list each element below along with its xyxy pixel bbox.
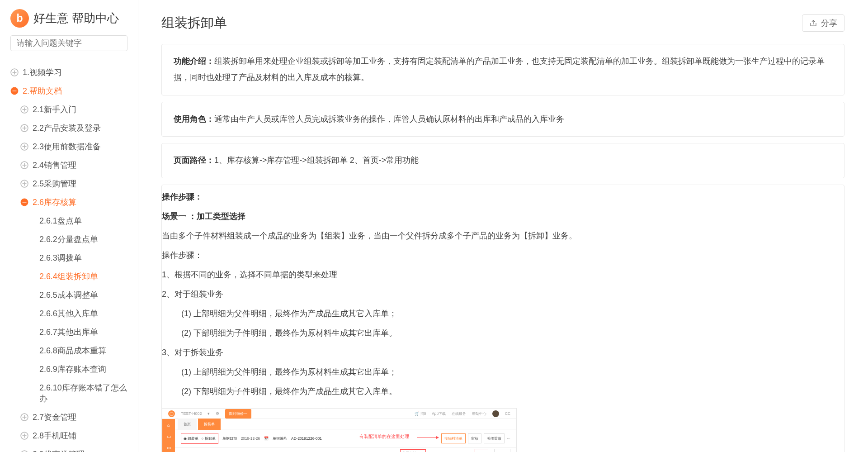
page-title: 组装拆卸单 (161, 14, 227, 32)
nav-label: 2.6.9库存账本查询 (39, 364, 106, 375)
step-3-2: (2) 下部明细为子件明细，最终作为产成品生成其它入库单。 (162, 384, 844, 399)
role-text: 通常由生产人员或库管人员完成拆装业务的操作，库管人员确认原材料的出库和产成品的入… (214, 114, 564, 124)
nav-2-3[interactable]: 2.3使用前数据准备 (10, 137, 127, 156)
svg-marker-52 (436, 436, 439, 439)
steps-title-2: 操作步骤： (162, 247, 844, 263)
ss-avatar-icon (492, 410, 499, 417)
ss-user: CC (505, 410, 510, 418)
minus-icon (20, 198, 28, 206)
site-logo: b (10, 9, 29, 28)
embedded-screenshot: ◯ TEST-H002 ▾ ⚙ 限时特价一 🛒 消0 App下载 在线服务 帮助… (162, 408, 517, 452)
plus-icon (20, 432, 28, 440)
plus-icon (20, 413, 28, 421)
share-button[interactable]: 分享 (802, 14, 844, 32)
ss-main: 首页 拆装单 ◉ 组装单 ○ 拆卸单 单据日期 2019-12-26 📅 单据编… (175, 419, 516, 452)
ss-dropdown-icon: ▾ (208, 410, 210, 418)
ss-arrow-icon (417, 434, 437, 442)
nav-2-6[interactable]: 2.6库存核算 (10, 193, 127, 211)
nav-2-9[interactable]: 2.9优惠券管理 (10, 445, 127, 452)
nav-2-1[interactable]: 2.1新手入门 (10, 100, 127, 119)
nav-label: 2.8手机旺铺 (33, 430, 76, 441)
ss-action-buttons: 按物料清单 审核 关闭重做 ⋯ (441, 433, 510, 443)
search-input[interactable] (17, 38, 121, 48)
nav-2-7[interactable]: 2.7资金管理 (10, 408, 127, 426)
sidebar: b 好生意 帮助中心 1.视频学习 2.帮助文档 2.1新手入门 2.2产品安装… (0, 0, 138, 452)
nav-2-6-6[interactable]: 2.6.6其他入库单 (10, 304, 127, 323)
nav-2-6-7[interactable]: 2.6.7其他出库单 (10, 323, 127, 341)
ss-code-label: 单据编号 (273, 435, 287, 442)
ss-company: TEST-H002 (181, 410, 202, 418)
plus-icon (20, 124, 28, 132)
plus-icon (10, 68, 19, 76)
plus-icon (20, 161, 28, 169)
search-box[interactable] (10, 35, 127, 51)
plus-icon (20, 105, 28, 114)
ss-audit-button: 审核 (468, 433, 481, 443)
ss-calendar-icon: 📅 (264, 435, 269, 442)
scene-title: 场景一 ：加工类型选择 (162, 209, 844, 224)
ss-logo-icon: ◯ (168, 410, 175, 417)
ss-tab-current: 拆装单 (198, 419, 221, 430)
step-1: 1、根据不同的业务，选择不同单据的类型来处理 (162, 267, 844, 282)
ss-type-radio: ◉ 组装单 ○ 拆卸单 (181, 433, 218, 444)
nav-2-6-9[interactable]: 2.6.9库存账本查询 (10, 360, 127, 378)
path-text: 1、库存核算->库存管理->组装拆卸单 2、首页->常用功能 (214, 156, 419, 165)
nav-2-6-4-active[interactable]: 2.6.4组装拆卸单 (10, 267, 127, 285)
intro-card: 功能介绍：组装拆卸单用来处理企业组装或拆卸等加工业务，支持有固定装配清单的产品加… (161, 44, 844, 95)
nav-2-6-1[interactable]: 2.6.1盘点单 (10, 211, 127, 230)
ss-leftnav: ⌂ ▭ ▭ 🛍 ▭ ☰ (162, 419, 175, 452)
nav-label: 2.6.8商品成本重算 (39, 345, 106, 356)
nav-docs[interactable]: 2.帮助文档 (10, 81, 127, 100)
nav-label: 2.1新手入门 (33, 104, 76, 115)
nav-label: 2.6.1盘点单 (39, 215, 82, 226)
plus-icon (20, 180, 28, 188)
ss-nav-icon: ▭ (165, 433, 172, 440)
nav-label: 2.6.3调拨单 (39, 252, 82, 263)
ss-tabs: 首页 拆装单 (175, 419, 516, 429)
share-icon (809, 19, 817, 27)
nav-2-2[interactable]: 2.2产品安装及登录 (10, 119, 127, 137)
ss-tab-home: 首页 (178, 419, 197, 430)
nav-2-6-8[interactable]: 2.6.8商品成本重算 (10, 341, 127, 360)
nav-label: 2.6.6其他入库单 (39, 308, 98, 319)
nav-2-6-3[interactable]: 2.6.3调拨单 (10, 248, 127, 267)
scene-desc: 当由多个子件材料组装成一个成品的业务为【组装】业务，当由一个父件拆分成多个子产品… (162, 228, 844, 243)
role-card: 使用角色：通常由生产人员或库管人员完成拆装业务的操作，库管人员确认原材料的出库和… (161, 102, 844, 137)
nav-2-5[interactable]: 2.5采购管理 (10, 174, 127, 193)
nav-2-4[interactable]: 2.4销售管理 (10, 156, 127, 174)
ss-date-label: 单据日期 (222, 435, 237, 442)
page-header: 组装拆卸单 分享 (161, 14, 844, 32)
nav-label: 2.6.7其他出库单 (39, 327, 98, 338)
site-title: 好生意 帮助中心 (33, 10, 119, 26)
logo-row: b 好生意 帮助中心 (10, 9, 127, 28)
intro-text: 组装拆卸单用来处理企业组装或拆卸等加工业务，支持有固定装配清单的产品加工业务，也… (174, 57, 825, 82)
share-label: 分享 (821, 18, 837, 29)
ss-annotation-1: 有装配清单的在这里处理 (359, 432, 409, 441)
nav-label: 2.6.2分量盘点单 (39, 234, 98, 245)
nav-label: 2.帮助文档 (23, 86, 62, 96)
nav-label: 2.3使用前数据准备 (33, 141, 101, 152)
ss-cart-icon: 🛒 消0 (415, 410, 426, 418)
ss-save-button: 保存 (494, 449, 510, 452)
step-3: 3、对于拆装业务 (162, 345, 844, 360)
nav-video[interactable]: 1.视频学习 (10, 63, 127, 81)
path-label: 页面路径： (174, 156, 214, 165)
intro-label: 功能介绍： (174, 57, 214, 66)
ss-help: 帮助中心 (472, 410, 486, 418)
nav-2-6-5[interactable]: 2.6.5成本调整单 (10, 285, 127, 304)
role-label: 使用角色： (174, 114, 214, 124)
ss-date: 2019-12-26 (241, 435, 260, 442)
ss-home-icon: ⌂ (165, 422, 172, 428)
nav-label: 2.7资金管理 (33, 412, 76, 423)
ss-contact-label: 往来单位 (181, 450, 195, 452)
ss-fee-field: 费用合计 (400, 449, 426, 452)
ss-body: ⌂ ▭ ▭ 🛍 ▭ ☰ 首页 拆装单 (162, 419, 516, 452)
ss-topbar: ◯ TEST-H002 ▾ ⚙ 限时特价一 🛒 消0 App下载 在线服务 帮助… (162, 409, 516, 419)
nav-2-6-10[interactable]: 2.6.10库存账本错了怎么办 (10, 378, 127, 408)
nav-2-8[interactable]: 2.8手机旺铺 (10, 426, 127, 445)
path-card: 页面路径：1、库存核算->库存管理->组装拆卸单 2、首页->常用功能 (161, 143, 844, 178)
svg-point-30 (21, 451, 28, 452)
nav-2-6-2[interactable]: 2.6.2分量盘点单 (10, 230, 127, 248)
nav-label: 2.6.5成本调整单 (39, 290, 98, 300)
ss-promo-button: 限时特价一 (225, 409, 251, 419)
